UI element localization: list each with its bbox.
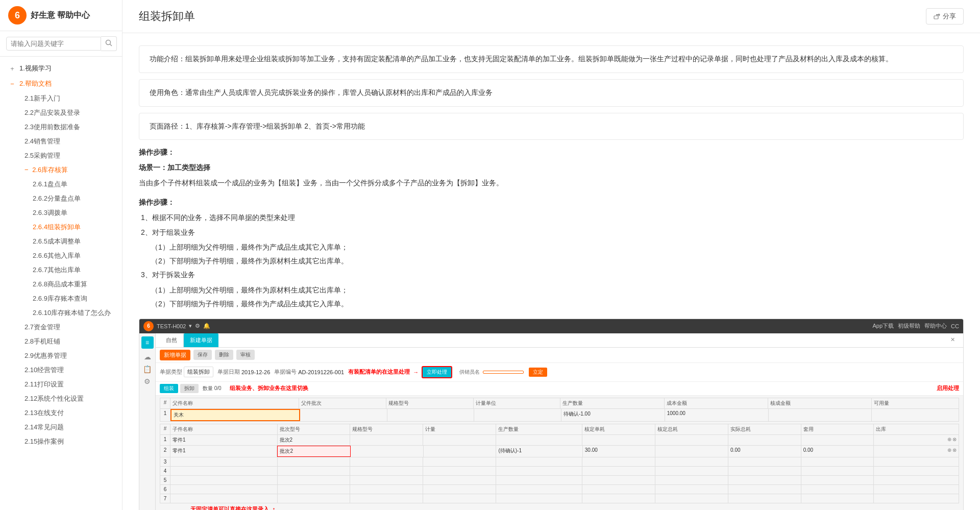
nav-child-2-9[interactable]: 2.9优惠券管理 [8, 349, 122, 363]
search-box [0, 31, 122, 57]
content-area: 功能介绍：组装拆卸单用来处理企业组装或拆卸等加工业务，支持有固定装配清单的产品加… [122, 33, 980, 510]
screenshot-help-center: 帮助中心 [924, 322, 947, 330]
nav-child-2-6[interactable]: − 2.6库存核算 [8, 163, 122, 177]
app-logo: 6 [8, 6, 27, 25]
nav-child-2-6-3[interactable]: 2.6.3调拨单 [16, 206, 122, 220]
nav-child-2-11[interactable]: 2.11打印设置 [8, 377, 122, 392]
screenshot-supplier-input [483, 371, 524, 374]
screenshot-panel-icon3: 📋 [143, 365, 152, 373]
main-header: 组装拆卸单 分享 [122, 0, 980, 33]
screenshot-annotation-area: 有装配清单的在这里处理 → 立即处理 供销员名 立定 [348, 366, 959, 378]
scenario1-title: 场景一：加工类型选择 [139, 163, 964, 173]
nav-child-2-6-6[interactable]: 2.6.6其他入库单 [16, 249, 122, 263]
docs-children: 2.1新手入门 2.2产品安装及登录 2.3使用前数据准备 2.4销售管理 2.… [0, 91, 122, 449]
screenshot-submit-btn[interactable]: 立即处理 [422, 366, 452, 378]
screenshot-panel-icon2: ☁ [144, 353, 151, 361]
nav-child-2-8[interactable]: 2.8手机旺铺 [8, 334, 122, 349]
screenshot-app-bar: 6 TEST-H002 ▾ ⚙ 🔔 App下载 初级帮助 帮助中心 CC [139, 319, 963, 333]
scenario1-desc: 当由多个子件材料组装成一个成品的业务为【组装】业务，当由一个父件拆分成多个子产品… [139, 177, 964, 189]
screenshot-parent-header: # 父件名称 父件批次 规格型号 计量单位 生产数量 成本金额 核成金额 可用量 [160, 398, 959, 409]
sidebar-item-docs[interactable]: − 2.帮助文档 2.1新手入门 2.2产品安装及登录 2.3使用前数据准备 2… [0, 76, 122, 449]
screenshot-new-btn[interactable]: 新增单据 [160, 350, 190, 360]
screenshot-child-header: # 子件名称 批次型号 规格型号 计量 生产数量 核定单耗 核定总耗 实际总耗 … [160, 424, 959, 435]
nav-child-2-6-5[interactable]: 2.6.5成本调整单 [16, 234, 122, 249]
nav-child-2-6-4[interactable]: 2.6.4组装拆卸单 [16, 220, 122, 234]
intro-block-2: 使用角色：通常由生产人员或库管人员完成拆装业务的操作，库管人员确认原材料的出库和… [139, 79, 964, 107]
nav-child-2-6-10[interactable]: 2.6.10库存账本错了怎么办 [16, 306, 122, 320]
step2-sub1: （1）上部明细为父件明细，最终作为产成品生成其它入库单； [139, 241, 964, 254]
screenshot-left-panel: ≡ ☁ 📋 ⚙ [139, 333, 156, 510]
nav-child-2-4[interactable]: 2.4销售管理 [8, 134, 122, 149]
search-input[interactable] [6, 37, 101, 51]
screenshot-btn4[interactable]: 审核 [236, 350, 255, 360]
sidebar-header: 6 好生意 帮助中心 [0, 0, 122, 31]
minus-icon: − [8, 80, 16, 88]
nav-child-2-6-8[interactable]: 2.6.8商品成本重算 [16, 277, 122, 292]
nav-child-2-6-2[interactable]: 2.6.2分量盘点单 [16, 191, 122, 206]
nav-child-2-7[interactable]: 2.7资金管理 [8, 320, 122, 334]
nav-child-2-5[interactable]: 2.5采购管理 [8, 149, 122, 163]
screenshot-annotation-inline: 无固定清单可以直接在这里录入 ↑ [160, 503, 959, 510]
screenshot-panel-icon4: ⚙ [144, 377, 151, 385]
nav-child-2-6-9[interactable]: 2.6.9库存账本查询 [16, 292, 122, 306]
screenshot-child-row1: 1 零件1 批次2 [160, 435, 959, 446]
screenshot-confirm-btn[interactable]: 立定 [529, 368, 547, 377]
nav-child-2-13[interactable]: 2.13在线支付 [8, 406, 122, 420]
screenshot-org: TEST-H002 [157, 323, 186, 329]
screenshot-btn2[interactable]: 保存 [193, 350, 212, 360]
screenshot-parent-row1: 1 关木 待确认-1.00 1000.00 [160, 409, 959, 422]
nav-child-2-6-1[interactable]: 2.6.1盘点单 [16, 177, 122, 191]
screenshot-panel-icon1: ≡ [141, 336, 154, 349]
share-button[interactable]: 分享 [926, 8, 964, 25]
nav-child-2-15[interactable]: 2.15操作案例 [8, 434, 122, 449]
screenshot-annotation-inline-text: 无固定清单可以直接在这里录入 [190, 505, 269, 510]
ops-heading: 操作步骤： [139, 148, 964, 157]
screenshot-type-value: 组装拆卸 [184, 367, 213, 377]
screenshot-parent-table: # 父件名称 父件批次 规格型号 计量单位 生产数量 成本金额 核成金额 可用量 [160, 398, 959, 422]
nav-child-2-10[interactable]: 2.10经营管理 [8, 363, 122, 377]
sidebar: 6 好生意 帮助中心 + 1.视频学习 − 2.帮助文档 2.1新手入门 [0, 0, 122, 510]
screenshot-child-row6: 6 [160, 485, 959, 494]
screenshot-form-toolbar: 新增单据 保存 删除 审核 [156, 348, 963, 363]
screenshot-child-row4: 4 [160, 467, 959, 476]
nav-child-2-2[interactable]: 2.2产品安装及登录 [8, 106, 122, 120]
sidebar-item-video[interactable]: + 1.视频学习 [0, 61, 122, 76]
screenshot-child-row7: 7 [160, 494, 959, 503]
page-title: 组装拆卸单 [139, 9, 195, 24]
ops-steps-title: 操作步骤： [139, 198, 964, 207]
screenshot-logo: 6 [143, 321, 154, 331]
screenshot-app-download: App下载 [873, 322, 894, 330]
screenshot-tab-new: 新建单据 [184, 333, 218, 347]
search-button[interactable] [101, 36, 117, 51]
screenshot-body: ≡ ☁ 📋 ⚙ 自然 新建单据 ✕ [139, 333, 963, 510]
svg-line-1 [110, 44, 112, 46]
screenshot-btn3[interactable]: 删除 [215, 350, 233, 360]
nav-child-2-1[interactable]: 2.1新手入门 [8, 91, 122, 106]
intro-block-1: 功能介绍：组装拆卸单用来处理企业组装或拆卸等加工业务，支持有固定装配清单的产品加… [139, 45, 964, 73]
screenshot-tab-ziran: 自然 [160, 333, 184, 347]
screenshot-date-value: 2019-12-26 [241, 369, 270, 375]
minus-icon-2-6: − [24, 166, 29, 174]
screenshot-form-fields: 单据类型 组装拆卸 单据日期 2019-12-26 单据编号 AD-201912… [156, 363, 963, 382]
screenshot-alert-icon: 🔔 [203, 323, 210, 329]
nav-child-2-6-7[interactable]: 2.6.7其他出库单 [16, 263, 122, 277]
app-title: 好生意 帮助中心 [31, 10, 90, 21]
svg-point-0 [106, 40, 111, 45]
screenshot-main: 自然 新建单据 ✕ 新增单据 保存 删除 审核 [156, 333, 963, 510]
screenshot-dropdown-icon: ▾ [189, 323, 192, 329]
screenshot-field-no: 单据编号 AD-20191226-001 [274, 366, 344, 378]
screenshot-field-date: 单据日期 2019-12-26 [217, 366, 270, 378]
screenshot-tab-assembly: 组装 [160, 384, 178, 393]
step3-sub1: （1）上部明细为父件明细，最终作为原材料生成其它出库单； [139, 284, 964, 297]
screenshot-child-row3: 3 [160, 457, 959, 467]
screenshot-child-table: # 子件名称 批次型号 规格型号 计量 生产数量 核定单耗 核定总耗 实际总耗 … [160, 424, 959, 510]
step3-sub2: （2）下部明细为子件明细，最终作为产成品生成其它入库单。 [139, 298, 964, 310]
nav-child-2-3[interactable]: 2.3使用前数据准备 [8, 120, 122, 134]
main-content: 组装拆卸单 分享 功能介绍：组装拆卸单用来处理企业组装或拆卸等加工业务，支持有固… [122, 0, 980, 510]
nav-child-2-14[interactable]: 2.14常见问题 [8, 420, 122, 434]
nav-child-2-12[interactable]: 2.12系统个性化设置 [8, 392, 122, 406]
screenshot-annotation-enable: 启用处理 [937, 384, 959, 392]
share-icon [934, 13, 941, 20]
sidebar-item-video-label: 1.视频学习 [19, 64, 52, 73]
step2-sub2: （2）下部明细为子件明细，最终作为原材料生成其它出库单。 [139, 255, 964, 268]
